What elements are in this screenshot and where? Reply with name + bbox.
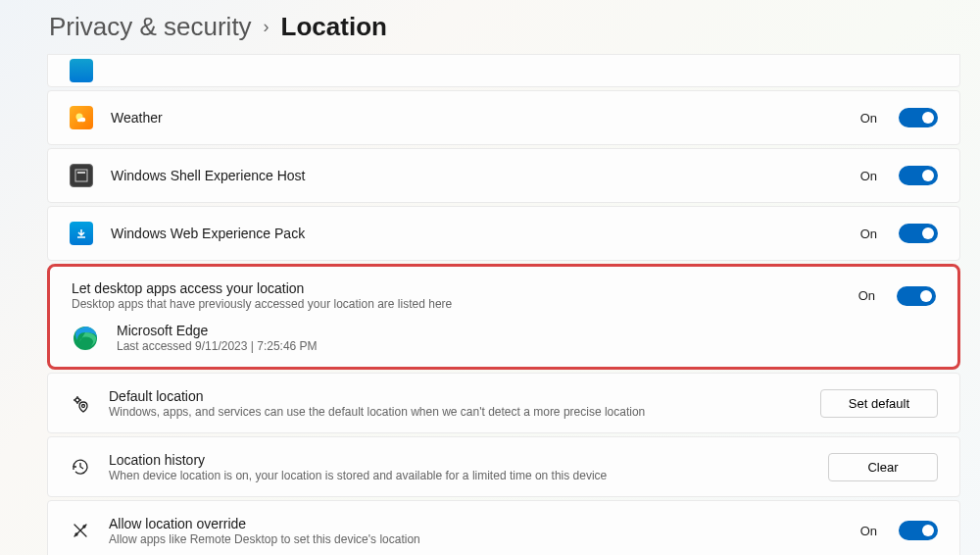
desktop-app-detail: Last accessed 9/11/2023 | 7:25:46 PM (117, 339, 936, 353)
setting-title: Allow location override (109, 516, 843, 531)
desktop-app-row: Microsoft Edge Last accessed 9/11/2023 |… (72, 323, 936, 353)
desktop-apps-header[interactable]: Let desktop apps access your location De… (72, 280, 936, 311)
clear-button[interactable]: Clear (828, 453, 938, 481)
toggle-state: On (860, 169, 877, 183)
app-name: Windows Shell Experience Host (111, 168, 843, 183)
history-icon (70, 456, 91, 478)
app-row-weather[interactable]: Weather On (47, 90, 960, 145)
app-name: Weather (111, 110, 843, 126)
setting-subtitle: Allow apps like Remote Desktop to set th… (109, 532, 843, 546)
svg-point-4 (75, 398, 79, 402)
desktop-apps-section: Let desktop apps access your location De… (47, 264, 960, 370)
shell-icon (70, 164, 93, 187)
toggle-desktop-apps[interactable] (897, 286, 936, 306)
setting-title: Default location (109, 388, 803, 404)
desktop-app-name: Microsoft Edge (117, 323, 936, 338)
toggle-weather[interactable] (899, 108, 938, 127)
setting-location-override[interactable]: Allow location override Allow apps like … (47, 500, 960, 555)
weather-icon (70, 106, 93, 129)
desktop-apps-subtitle: Desktop apps that have previously access… (72, 297, 841, 311)
app-row-shell[interactable]: Windows Shell Experience Host On (47, 148, 960, 203)
setting-location-history[interactable]: Location history When device location is… (47, 436, 960, 497)
desktop-apps-title: Let desktop apps access your location (72, 280, 841, 296)
toggle-state: On (858, 288, 875, 303)
svg-rect-2 (77, 172, 85, 174)
app-row-web[interactable]: Windows Web Experience Pack On (47, 206, 960, 261)
svg-point-5 (82, 405, 85, 408)
setting-default-location[interactable]: Default location Windows, apps, and serv… (47, 373, 960, 433)
override-icon (70, 520, 91, 541)
toggle-shell[interactable] (899, 166, 938, 185)
edge-icon (72, 325, 99, 352)
breadcrumb: Privacy & security › Location (20, 10, 960, 42)
location-pin-icon (70, 392, 91, 414)
toggle-web[interactable] (899, 224, 938, 243)
svg-point-7 (83, 526, 85, 528)
setting-subtitle: Windows, apps, and services can use the … (109, 405, 803, 419)
setting-title: Location history (109, 452, 810, 468)
svg-rect-1 (75, 170, 87, 181)
toggle-state: On (860, 111, 877, 126)
breadcrumb-current: Location (281, 12, 387, 42)
toggle-state: On (860, 227, 877, 241)
chevron-right-icon: › (264, 17, 270, 37)
toggle-state: On (860, 524, 877, 538)
setting-subtitle: When device location is on, your locatio… (109, 469, 810, 482)
breadcrumb-parent[interactable]: Privacy & security (49, 12, 252, 42)
svg-point-6 (75, 533, 77, 535)
web-icon (70, 222, 93, 245)
set-default-button[interactable]: Set default (820, 389, 938, 418)
app-name: Windows Web Experience Pack (111, 226, 843, 241)
app-row-partial[interactable] (47, 54, 960, 87)
toggle-override[interactable] (899, 521, 938, 540)
settings-panel: Weather On Windows Shell Experience Host… (47, 54, 960, 555)
app-icon (70, 59, 93, 82)
